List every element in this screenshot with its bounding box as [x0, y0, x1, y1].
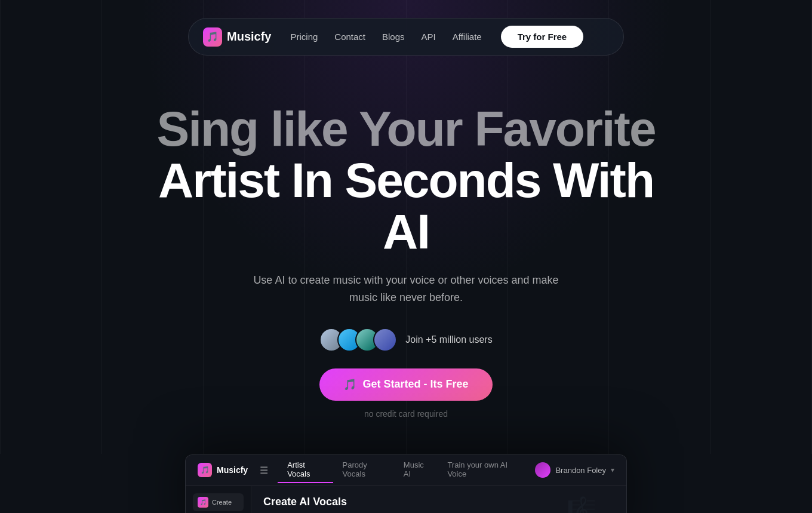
sidebar-item-create[interactable]: 🎵 Create	[193, 493, 244, 511]
nav-blogs[interactable]: Blogs	[382, 32, 405, 42]
tab-music-ai[interactable]: Music AI	[394, 457, 438, 483]
tab-train-ai[interactable]: Train your own AI Voice	[438, 457, 525, 483]
nav-affiliate[interactable]: Affiliate	[453, 32, 482, 42]
logo-icon: 🎵	[203, 27, 222, 47]
nav-api[interactable]: API	[422, 32, 436, 42]
hero-headline: Sing like Your Favorite Artist In Second…	[137, 103, 675, 257]
cta-label: Get Started - Its Free	[362, 378, 468, 391]
cta-music-icon: 🎵	[343, 378, 356, 391]
app-preview: 🎵 Musicfy ☰ Artist Vocals Parody Vocals …	[185, 454, 627, 513]
avatar-group	[319, 328, 397, 352]
join-text: Join +5 million users	[405, 334, 492, 345]
app-preview-wrapper: 🎵 Musicfy ☰ Artist Vocals Parody Vocals …	[0, 443, 812, 513]
app-logo-icon: 🎵	[198, 463, 212, 477]
hero-section: Sing like Your Favorite Artist In Second…	[0, 56, 812, 443]
navbar-wrapper: 🎵 Musicfy Pricing Contact Blogs API Affi…	[0, 0, 812, 56]
chevron-down-icon[interactable]: ▾	[611, 466, 614, 474]
nav-links: Pricing Contact Blogs API Affiliate	[290, 32, 481, 42]
navbar: 🎵 Musicfy Pricing Contact Blogs API Affi…	[188, 18, 624, 56]
hero-headline-line1: Sing like Your Favorite	[137, 103, 675, 155]
app-tabs: Artist Vocals Parody Vocals Music AI Tra…	[278, 457, 525, 483]
sidebar-create-icon: 🎵	[198, 497, 208, 508]
app-sidebar: 🎵 Create Artist Vocals	[186, 486, 251, 513]
cta-button[interactable]: 🎵 Get Started - Its Free	[319, 368, 492, 401]
music-decoration: 🎼	[567, 496, 614, 513]
sidebar-create-label: Create	[212, 499, 232, 506]
avatar	[373, 328, 397, 352]
app-body: 🎵 Create Artist Vocals Create AI Vocals …	[186, 486, 626, 513]
hamburger-icon[interactable]: ☰	[260, 465, 268, 476]
user-avatar	[535, 462, 550, 478]
logo[interactable]: 🎵 Musicfy	[203, 27, 271, 47]
app-user: Brandon Foley ▾	[535, 462, 614, 478]
app-logo-text: Musicfy	[217, 465, 248, 475]
no-credit-text: no credit card required	[364, 409, 448, 419]
join-row: Join +5 million users	[319, 328, 492, 352]
hero-subtitle: Use AI to create music with your voice o…	[239, 272, 573, 306]
app-header: 🎵 Musicfy ☰ Artist Vocals Parody Vocals …	[186, 455, 626, 486]
logo-music-note: 🎵	[207, 31, 219, 42]
logo-text: Musicfy	[227, 30, 271, 44]
app-content: Create AI Vocals 🎼	[251, 486, 626, 513]
nav-pricing[interactable]: Pricing	[290, 32, 318, 42]
tab-artist-vocals[interactable]: Artist Vocals	[278, 457, 333, 483]
app-logo: 🎵 Musicfy	[198, 463, 248, 477]
username: Brandon Foley	[555, 466, 606, 475]
try-free-button[interactable]: Try for Free	[501, 26, 584, 48]
music-notes-decoration: 🎼	[567, 496, 614, 513]
tab-parody-vocals[interactable]: Parody Vocals	[333, 457, 394, 483]
content-title: Create AI Vocals	[263, 496, 347, 508]
hero-headline-line2: Artist In Seconds With AI	[137, 155, 675, 257]
nav-contact[interactable]: Contact	[334, 32, 365, 42]
